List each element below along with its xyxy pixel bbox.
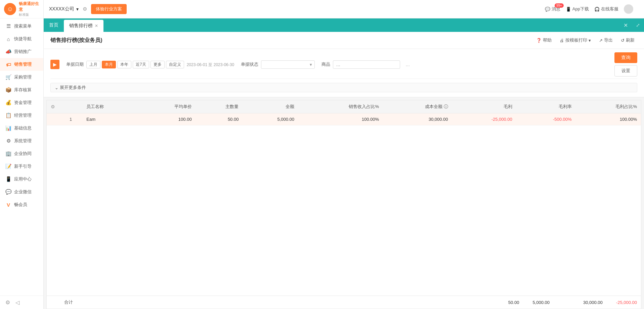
date-buttons: 上月 本月 本年 近7天 更多 自定义	[86, 61, 184, 68]
sidebar-item-operations[interactable]: 📋 经营管理	[0, 109, 43, 122]
row-settings	[47, 113, 59, 125]
goods-label: 商品	[321, 61, 330, 67]
sidebar-item-marketing[interactable]: 📣 营销推广	[0, 45, 43, 58]
page-actions: ❓ 帮助 🖨 按模板打印 ▾ ↗ 导出 ↺ 刷新	[533, 36, 637, 45]
sidebar-item-enterprise[interactable]: 🏢 企业协同	[0, 147, 43, 160]
user-avatar[interactable]	[624, 4, 633, 14]
sidebar-item-apps[interactable]: 📱 应用中心	[0, 173, 43, 186]
tab-sales-rank[interactable]: 销售排行榜 ✕	[64, 20, 103, 32]
sidebar-item-purchase[interactable]: 🛒 采购管理	[0, 71, 43, 84]
export-btn[interactable]: ↗ 导出	[596, 36, 615, 45]
industry-btn[interactable]: 体验行业方案	[91, 4, 127, 14]
sidebar-item-system[interactable]: ⚙ 系统管理	[0, 135, 43, 147]
col-index-header	[59, 100, 82, 113]
sidebar-item-label: 畅会员	[14, 202, 27, 208]
data-table: ⚙ 员工名称 平均单价 主数量 全额 销售收入占比% 成本全额 ⓘ 毛利 毛利率…	[47, 100, 641, 125]
print-chevron-icon: ▾	[589, 38, 591, 43]
goods-input[interactable]	[333, 60, 400, 69]
sidebar-item-basic[interactable]: 📊 基础信息	[0, 122, 43, 135]
footer-amount: 5,000.00	[532, 300, 550, 305]
sidebar-item-member[interactable]: V 畅会员	[0, 198, 43, 211]
wechat-icon: 💬	[5, 189, 11, 195]
table-footer: 合计 50.00 5,000.00 30,000.00 -25,000.00	[46, 296, 641, 309]
finance-icon: 💰	[5, 100, 11, 106]
row-name: Eam	[82, 113, 139, 125]
col-salespct-header: 销售收入占比%	[298, 100, 383, 113]
col-settings-icon[interactable]: ⚙	[51, 104, 55, 109]
filter-toggle-btn[interactable]: ▶	[50, 60, 59, 69]
chevron-down-icon: ⌄	[55, 85, 58, 90]
table-row: 1 Eam 100.00 50.00 5,000.00 100.00% 30,0…	[47, 113, 641, 125]
goods-ellipsis-btn[interactable]: …	[403, 61, 413, 68]
tab-home[interactable]: 首页	[44, 18, 64, 32]
current-year-btn[interactable]: 本年	[117, 61, 131, 68]
topbar-right: 💬 消息 99+ 📱 App下载 🎧 在线客服	[545, 4, 639, 14]
settings-filter-btn[interactable]: 设置	[614, 65, 637, 76]
sidebar-item-finance[interactable]: 💰 资金管理	[0, 96, 43, 109]
col-amount-header: 全额	[243, 100, 298, 113]
operations-icon: 📋	[5, 112, 11, 118]
footer-label: 合计	[51, 299, 73, 305]
refresh-label: 刷新	[626, 37, 635, 43]
message-btn[interactable]: 💬 消息 99+	[545, 6, 560, 12]
sidebar-item-guide[interactable]: 📝 新手引导	[0, 160, 43, 173]
more-conditions-row: ⌄ 展开更多条件	[50, 79, 637, 94]
date-filter: 单据日期 上月 本月 本年 近7天 更多 自定义 2023-06-01 至 20…	[66, 61, 234, 68]
7days-btn[interactable]: 近7天	[133, 61, 149, 68]
gear-icon[interactable]: ⚙	[83, 6, 87, 12]
sidebar-item-search[interactable]: ☰ 搜索菜单	[0, 20, 43, 33]
topbar: XXXXX公司 ▾ ⚙ 体验行业方案 💬 消息 99+ 📱 App下载 🎧 在线…	[44, 0, 644, 18]
col-gross-header: 毛利	[452, 100, 516, 113]
filter-main-row: ▶ 单据日期 上月 本月 本年 近7天 更多 自定义 2023-06-01 至 …	[50, 52, 637, 76]
member-icon: V	[5, 202, 11, 208]
col-qty-header: 主数量	[196, 100, 243, 113]
sidebar-item-shortcut[interactable]: ⌂ 快捷导航	[0, 33, 43, 45]
sidebar-item-inventory[interactable]: 📦 库存核算	[0, 84, 43, 96]
sidebar-item-wechat[interactable]: 💬 企业微信	[0, 186, 43, 198]
headset-icon: 🎧	[594, 7, 600, 12]
sidebar-item-label: 应用中心	[14, 176, 32, 182]
row-cost: 30,000.00	[383, 113, 452, 125]
online-service-btn[interactable]: 🎧 在线客服	[594, 6, 618, 12]
more-conditions-label: 展开更多条件	[60, 85, 86, 91]
app-label: App下载	[572, 6, 589, 12]
footer-cost: 30,000.00	[583, 300, 603, 305]
refresh-btn[interactable]: ↺ 刷新	[618, 36, 637, 45]
filter-bar: ▶ 单据日期 上月 本月 本年 近7天 更多 自定义 2023-06-01 至 …	[44, 49, 644, 97]
close-window-icon[interactable]: ✕	[619, 22, 632, 29]
collapse-icon[interactable]: ◁	[15, 299, 19, 306]
guide-icon: 📝	[5, 163, 11, 169]
page-title: 销售排行榜(按业务员)	[50, 37, 102, 44]
company-selector[interactable]: XXXXX公司 ▾	[49, 6, 79, 12]
more-date-btn[interactable]: 更多	[151, 61, 165, 68]
expand-more-btn[interactable]: ⌄ 展开更多条件	[50, 83, 637, 92]
tab-close-icon[interactable]: ✕	[95, 23, 98, 28]
phone-icon: 📱	[566, 7, 571, 12]
main-area: XXXXX公司 ▾ ⚙ 体验行业方案 💬 消息 99+ 📱 App下载 🎧 在线…	[44, 0, 644, 309]
current-month-btn[interactable]: 本月	[102, 61, 116, 68]
sidebar-item-label: 新手引导	[14, 163, 32, 169]
system-icon: ⚙	[5, 138, 11, 144]
restore-window-icon[interactable]: ⤢	[632, 22, 644, 28]
settings-icon[interactable]: ⚙	[5, 299, 10, 306]
help-label: 帮助	[543, 37, 552, 43]
refresh-icon: ↺	[621, 38, 625, 43]
sales-rank-tab-label: 销售排行榜	[69, 23, 93, 29]
print-btn[interactable]: 🖨 按模板打印 ▾	[557, 36, 594, 45]
status-select-wrapper	[261, 60, 315, 69]
row-qty: 50.00	[196, 113, 243, 125]
row-index: 1	[59, 113, 82, 125]
prev-month-btn[interactable]: 上月	[86, 61, 100, 68]
custom-date-btn[interactable]: 自定义	[166, 61, 184, 68]
sidebar-item-sales[interactable]: 🏷 销售管理	[0, 58, 43, 71]
status-select[interactable]	[261, 60, 315, 69]
row-salespct: 100.00%	[298, 113, 383, 125]
page-content: 销售排行榜(按业务员) ❓ 帮助 🖨 按模板打印 ▾ ↗ 导出 ↺ 刷新	[44, 32, 644, 309]
query-btn[interactable]: 查询	[614, 52, 637, 63]
export-label: 导出	[604, 37, 613, 43]
sidebar-item-label: 搜索菜单	[14, 23, 32, 29]
help-btn[interactable]: ❓ 帮助	[533, 36, 554, 45]
message-icon: 💬	[545, 7, 550, 12]
app-download-btn[interactable]: 📱 App下载	[566, 6, 589, 12]
sidebar-item-label: 采购管理	[14, 74, 32, 80]
